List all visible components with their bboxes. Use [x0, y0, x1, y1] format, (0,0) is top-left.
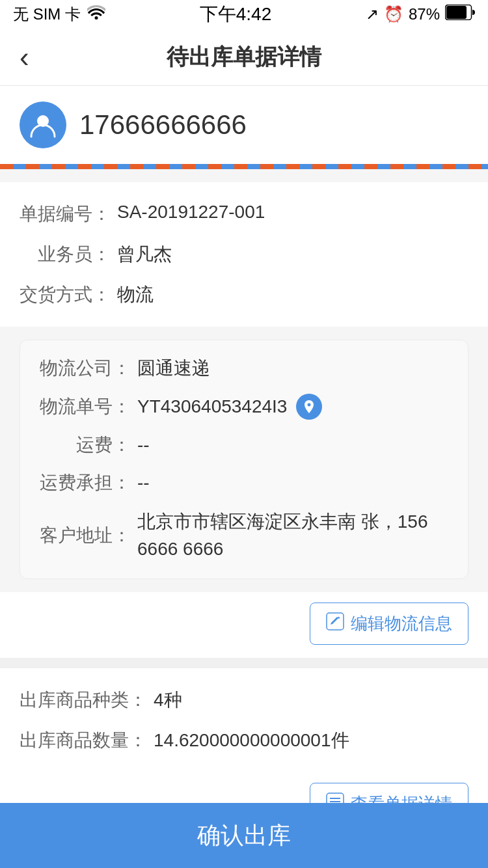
page-title: 待出库单据详情 [167, 42, 321, 72]
salesperson-label: 业务员： [20, 242, 111, 267]
back-button[interactable]: ‹ [20, 41, 29, 74]
customer-header: 17666666666 [0, 86, 488, 164]
goods-type-value: 4种 [154, 688, 468, 712]
status-bar-left: 无 SIM 卡 [13, 4, 105, 25]
document-no-value: SA-20191227-001 [117, 202, 468, 223]
logistics-company-row: 物流公司： 圆通速递 [40, 356, 448, 381]
goods-type-row: 出库商品种类： 4种 [20, 688, 468, 712]
alarm-icon: ⏰ [384, 5, 403, 23]
basic-info-section: 单据编号： SA-20191227-001 业务员： 曾凡杰 交货方式： 物流 [0, 182, 488, 327]
status-bar-right: ↗ ⏰ 87% [366, 5, 475, 24]
document-no-row: 单据编号： SA-20191227-001 [20, 202, 468, 226]
logistics-company-label: 物流公司： [40, 356, 131, 381]
logistics-freight-bear-label: 运费承担： [40, 470, 131, 495]
customer-phone: 17666666666 [79, 109, 247, 141]
logistics-address-label: 客户地址： [40, 523, 131, 548]
logistics-tracking-label: 物流单号： [40, 394, 131, 419]
goods-section: 出库商品种类： 4种 出库商品数量： 14.620000000000001件 [0, 668, 488, 772]
location-icon: ↗ [366, 5, 379, 23]
logistics-card: 物流公司： 圆通速递 物流单号： YT43064053424I3 运费： -- … [20, 340, 468, 579]
goods-quantity-row: 出库商品数量： 14.620000000000001件 [20, 728, 468, 753]
wifi-icon [87, 5, 105, 23]
edit-icon [326, 612, 344, 635]
confirm-button[interactable]: 确认出库 [0, 803, 488, 868]
logistics-address-value: 北京市市辖区海淀区永丰南 张，156 6666 6666 [137, 508, 448, 563]
location-pin-icon[interactable] [296, 394, 322, 420]
logistics-tracking-value: YT43064053424I3 [137, 396, 287, 417]
delivery-value: 物流 [117, 282, 468, 307]
edit-logistics-button[interactable]: 编辑物流信息 [310, 603, 468, 645]
logistics-freight-bear-value: -- [137, 472, 448, 493]
carrier-label: 无 SIM 卡 [13, 4, 81, 25]
edit-btn-row: 编辑物流信息 [0, 592, 488, 658]
logistics-freight-row: 运费： -- [40, 433, 448, 457]
battery-icon [445, 5, 475, 24]
logistics-address-row: 客户地址： 北京市市辖区海淀区永丰南 张，156 6666 6666 [40, 508, 448, 563]
section-divider [0, 658, 488, 668]
salesperson-row: 业务员： 曾凡杰 [20, 242, 468, 267]
svg-rect-1 [446, 6, 467, 19]
salesperson-value: 曾凡杰 [117, 242, 468, 267]
logistics-freight-bear-row: 运费承担： -- [40, 470, 448, 495]
nav-bar: ‹ 待出库单据详情 [0, 29, 488, 86]
goods-type-label: 出库商品种类： [20, 688, 147, 712]
document-no-label: 单据编号： [20, 202, 111, 226]
status-bar-time: 下午4:42 [200, 2, 272, 27]
goods-quantity-label: 出库商品数量： [20, 728, 147, 753]
goods-quantity-value: 14.620000000000001件 [154, 728, 468, 753]
logistics-tracking-value-container: YT43064053424I3 [137, 394, 448, 420]
logistics-freight-value: -- [137, 435, 448, 455]
back-icon: ‹ [20, 41, 29, 73]
avatar [20, 102, 66, 148]
logistics-tracking-row: 物流单号： YT43064053424I3 [40, 394, 448, 420]
delivery-label: 交货方式： [20, 282, 111, 307]
delivery-row: 交货方式： 物流 [20, 282, 468, 307]
status-bar: 无 SIM 卡 下午4:42 ↗ ⏰ 87% [0, 0, 488, 29]
confirm-label: 确认出库 [197, 820, 291, 852]
dashed-separator [0, 164, 488, 169]
logistics-company-value: 圆通速递 [137, 356, 448, 381]
edit-logistics-label: 编辑物流信息 [351, 612, 452, 635]
battery-label: 87% [409, 5, 440, 23]
logistics-freight-label: 运费： [40, 433, 131, 457]
